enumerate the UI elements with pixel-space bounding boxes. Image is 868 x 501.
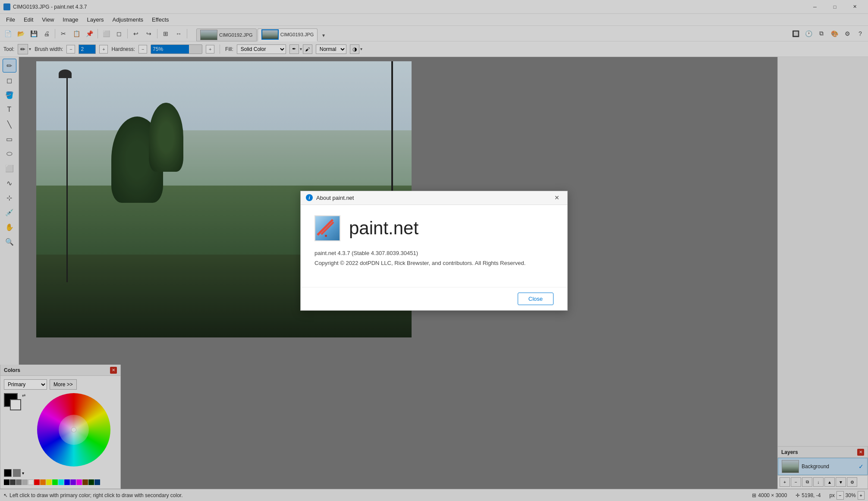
about-version-text: paint.net 4.3.7 (Stable 4.307.8039.30451…	[314, 250, 554, 256]
about-info-icon: i	[306, 194, 313, 201]
about-dialog-content: paint.net paint.net 4.3.7 (Stable 4.307.…	[301, 205, 567, 287]
about-app-logo	[314, 215, 340, 241]
about-app-name: paint.net	[349, 218, 418, 239]
about-dialog-titlebar: i About paint.net ✕	[301, 191, 567, 205]
about-dialog-overlay: i About paint.net ✕ paint.net paint.net …	[0, 0, 868, 501]
about-close-button[interactable]: Close	[518, 293, 554, 305]
about-logo-row: paint.net	[314, 215, 554, 241]
about-dialog-close-x[interactable]: ✕	[552, 192, 562, 203]
about-copyright-text: Copyright © 2022 dotPDN LLC, Rick Brewst…	[314, 260, 554, 266]
about-title-left: i About paint.net	[306, 194, 354, 201]
about-dialog: i About paint.net ✕ paint.net paint.net …	[300, 191, 568, 311]
about-dialog-buttons: Close	[301, 287, 567, 310]
about-dialog-title: About paint.net	[316, 195, 354, 201]
